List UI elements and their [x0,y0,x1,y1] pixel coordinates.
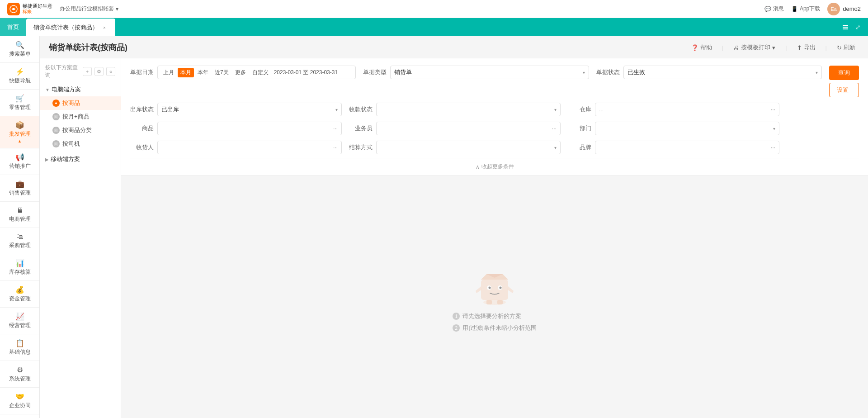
refresh-icon: ↻ [837,44,842,51]
marketing-icon: 📢 [15,153,24,162]
message-action[interactable]: 💬 消息 [764,5,784,13]
sidebar-item-quick[interactable]: ⚡ 快捷导航 [0,63,39,90]
sub-sidebar: 按以下方案查询 + ⚙ « ▼ 电脑端方案 ● 按商品 [40,58,121,418]
date-custom[interactable]: 自定义 [250,68,271,77]
dept-input[interactable]: ▾ [595,122,779,135]
receiver-input[interactable]: ··· [157,141,342,154]
product-input[interactable]: ··· [157,122,342,135]
svg-rect-3 [843,28,848,29]
avatar: Ea [827,3,840,15]
dept-label: 部门 [568,124,591,133]
user-area[interactable]: Ea demo2 [827,3,861,15]
nav-item-by-printer-icon: 回 [52,140,60,147]
warehouse-dots[interactable]: ··· [771,106,775,113]
export-button[interactable]: ⬆ 导出 [793,42,819,53]
nav-section-mobile-title[interactable]: ▶ 移动端方案 [40,152,121,166]
nav-item-by-month-product-icon: 回 [52,113,60,120]
receiver-dots[interactable]: ··· [333,144,338,151]
add-scheme-button[interactable]: + [83,67,92,76]
sidebar-item-newbie[interactable]: 🎓 新手引导 [0,414,39,418]
workspace-selector[interactable]: 办公用品行业模拟账套 ▾ [56,3,122,14]
date-more[interactable]: 更多 [232,68,249,77]
minimize-icon[interactable] [841,23,850,32]
status-label: 单据状态 [596,68,620,76]
help-button[interactable]: ❓ 帮助 [688,42,716,53]
tip-num-1: 1 [453,313,460,320]
sidebar-item-sales[interactable]: 💼 销售管理 [0,175,39,202]
sub-sidebar-icons: + ⚙ « [83,67,115,76]
nav-item-by-product[interactable]: ● 按商品 [40,96,121,110]
help-icon: ❓ [691,44,698,51]
download-icon: 📱 [791,6,798,12]
out-status-input[interactable]: 已出库 ▾ [157,103,342,116]
warehouse-input[interactable]: ... ··· [595,103,779,116]
salesman-dots[interactable]: ··· [552,125,557,132]
date-last-month[interactable]: 上月 [160,68,177,77]
collect-status-input[interactable]: ▾ [376,103,561,116]
filter-row-2: 出库状态 已出库 ▾ 收款状态 ▾ [130,103,859,116]
sidebar-item-search[interactable]: 🔍 搜索菜单 [0,36,39,63]
svg-rect-2 [843,25,848,26]
filter-row-4: 收货人 ··· 结算方式 ▾ [130,141,859,154]
type-input[interactable]: 销货单 ▾ [390,66,589,79]
sidebar-item-operation[interactable]: 📈 经营管理 [0,308,39,334]
date-7days[interactable]: 近7天 [212,68,231,77]
settings-button[interactable]: 设置 [829,83,859,97]
out-status-dropdown-icon: ▾ [335,107,338,112]
logo[interactable]: 畅捷通好生意 标账 [7,3,52,15]
nav-item-by-product-category[interactable]: 回 按商品分类 [40,124,121,137]
brand-input[interactable]: ··· [595,141,779,154]
username: demo2 [843,5,861,12]
brand-dots[interactable]: ··· [771,144,775,151]
product-dots[interactable]: ··· [333,125,338,132]
sidebar-item-system[interactable]: ⚙ 系统管理 [0,361,39,388]
main-filter-area: 单据日期 上月 本月 本年 近7天 更多 自定义 2023-03-01 至 20… [121,58,868,418]
refresh-button[interactable]: ↻ 刷新 [833,42,859,53]
query-button[interactable]: 查询 [829,66,859,80]
collapse-button[interactable]: ∧ 收起更多条件 [470,161,519,172]
nav-item-by-printer[interactable]: 回 按司机 [40,137,121,151]
collapse-sidebar-button[interactable]: « [106,67,115,76]
tip-num-2: 2 [453,324,460,332]
arrow-down-icon: ▼ [45,87,50,92]
date-filter-control: 上月 本月 本年 近7天 更多 自定义 2023-03-01 至 2023-03… [157,66,356,79]
quick-icon: ⚡ [15,67,24,76]
print-button[interactable]: 🖨 按模板打印 ▾ [730,42,779,53]
filter-collect-status-item: 收款状态 ▾ [349,103,561,116]
nav-section-mobile: ▶ 移动端方案 [40,152,121,166]
date-range-text: 2023-03-01 至 2023-03-31 [274,69,338,76]
nav-section-pc-title[interactable]: ▼ 电脑端方案 [40,83,121,96]
date-label: 单据日期 [130,68,154,76]
sidebar-item-marketing[interactable]: 📢 营销推广 [0,148,39,175]
warehouse-label: 仓库 [568,105,591,114]
out-status-label: 出库状态 [130,105,154,114]
top-header: 畅捷通好生意 标账 办公用品行业模拟账套 ▾ 💬 消息 📱 App下载 Ea d… [0,0,868,18]
tab-close-icon[interactable]: × [101,24,108,31]
print-dropdown-icon: ▾ [772,44,775,51]
sidebar-item-stock[interactable]: 📊 库存核算 [0,254,39,281]
status-input[interactable]: 已生效 ▾ [623,66,822,79]
expand-icon[interactable]: ⤢ [854,23,863,32]
sidebar-item-purchase[interactable]: 🛍 采购管理 [0,228,39,254]
type-dropdown-icon: ▾ [583,70,585,75]
app-download-action[interactable]: 📱 App下载 [791,5,820,13]
date-this-year[interactable]: 本年 [195,68,211,77]
filter-dept-item: 部门 ▾ [568,122,779,135]
sidebar-item-finance[interactable]: 💰 资金管理 [0,281,39,308]
settings-scheme-button[interactable]: ⚙ [94,67,104,76]
receiver-label: 收货人 [130,143,154,152]
header-right: 💬 消息 📱 App下载 Ea demo2 [764,3,861,15]
sidebar-item-basic[interactable]: 📋 基础信息 [0,334,39,361]
nav-item-by-month-product[interactable]: 回 按月+商品 [40,110,121,124]
tab-active[interactable]: 销货单统计表（按商品） × [26,19,115,37]
salesman-input[interactable]: ··· [376,122,561,135]
tab-home[interactable]: 首页 [0,18,26,36]
retail-icon: 🛒 [15,94,24,103]
payment-input[interactable]: ▾ [376,141,561,154]
nav-item-by-product-icon: ● [52,100,60,107]
sidebar-item-corp[interactable]: 🤝 企业协同 [0,388,39,414]
sidebar-item-ecom[interactable]: 🖥 电商管理 [0,202,39,228]
sidebar-item-wholesale[interactable]: 📦 批发管理 ▲ [0,116,39,148]
date-this-month[interactable]: 本月 [178,68,194,77]
sidebar-item-retail[interactable]: 🛒 零售管理 [0,90,39,116]
